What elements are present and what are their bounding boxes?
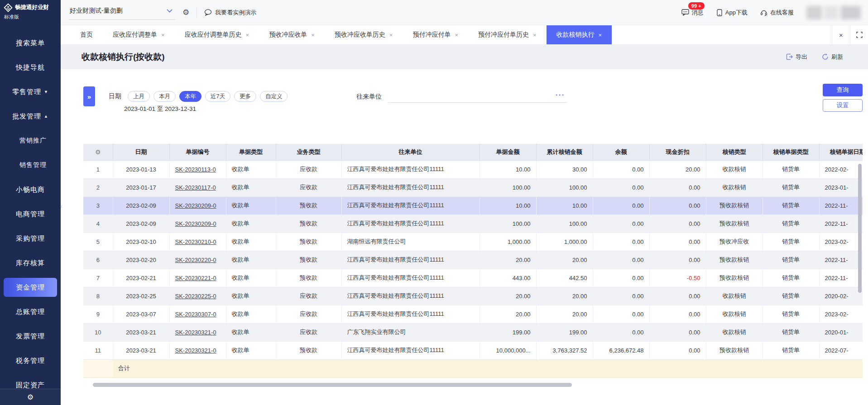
table-row[interactable]: 92023-03-07SK-20230307-0收款单应收款江西真可爱布娃娃有限… — [83, 305, 863, 323]
tab[interactable]: 首页 — [70, 25, 103, 44]
sidebar-item-销售管理[interactable]: 销售管理 — [0, 153, 61, 177]
date-pill-近7天[interactable]: 近7天 — [205, 91, 230, 102]
sidebar-settings-button[interactable]: ⚙ — [0, 389, 61, 405]
table-row[interactable]: 102023-03-21SK-20230321-0收款单应收款广东飞翔实业有限公… — [83, 323, 863, 341]
document-number-link[interactable]: SK-20230209-0 — [175, 202, 216, 209]
gear-icon[interactable]: ⚙ — [182, 8, 189, 17]
partner-picker-ellipsis-icon[interactable]: ··· — [556, 91, 565, 99]
vertical-scrollbar[interactable] — [858, 164, 862, 293]
date-pill-本年[interactable]: 本年 — [179, 91, 201, 102]
tab-close-icon[interactable]: × — [455, 32, 458, 38]
table-row[interactable]: 22023-01-17SK-20230117-0收款单应收款江西真可爱布娃娃有限… — [83, 178, 863, 196]
tab[interactable]: 应收应付调整单× — [103, 25, 175, 44]
sidebar-item-税务管理[interactable]: 税务管理 — [0, 348, 61, 373]
partner-filter-label: 往来单位 — [356, 91, 382, 103]
table-settings-gear-icon[interactable]: ⚙ — [95, 148, 101, 156]
document-number-link[interactable]: SK-20230210-0 — [175, 238, 216, 245]
user-account[interactable] — [806, 6, 861, 19]
export-button[interactable]: 导出 — [786, 53, 807, 61]
table-row[interactable]: 12023-01-13SK-20230113-0收款单应收款江西真可爱布娃娃有限… — [83, 160, 863, 178]
online-service-button[interactable]: 在线客服 — [760, 9, 794, 17]
sidebar-item-采购管理[interactable]: 采购管理 — [0, 226, 61, 251]
document-number-link[interactable]: SK-20230321-0 — [175, 329, 216, 336]
chevron-down-icon — [167, 9, 173, 13]
table-cell: 10.00 — [480, 196, 536, 214]
sidebar-item-发票管理[interactable]: 发票管理 — [0, 324, 61, 348]
table-cell: 0.00 — [649, 214, 706, 233]
document-number-link[interactable]: SK-20230321-0 — [175, 347, 216, 354]
tab-close-icon[interactable]: × — [161, 32, 165, 38]
sidebar-item-批发管理[interactable]: 批发管理▲ — [0, 104, 61, 129]
tab[interactable]: 收款核销执行× — [547, 25, 612, 44]
sidebar-item-库存核算[interactable]: 库存核算 — [0, 251, 61, 275]
table-cell: 8 — [83, 287, 113, 305]
sidebar-item-固定资产[interactable]: 固定资产 — [0, 373, 61, 389]
sidebar-item-电商管理[interactable]: 电商管理 — [0, 202, 61, 226]
table-row[interactable]: 62023-02-20SK-20230220-0收款单预收款江西真可爱布娃娃有限… — [83, 251, 863, 269]
table-cell: 0.00 — [593, 269, 649, 287]
document-number-link[interactable]: SK-20230221-0 — [175, 275, 216, 281]
tab-close-icon[interactable]: × — [533, 32, 537, 38]
sidebar-item-搜索菜单[interactable]: 搜索菜单 — [0, 31, 61, 55]
demo-link[interactable]: 我要看实例演示 — [204, 9, 256, 17]
column-header-余额: 余额 — [593, 144, 649, 160]
date-pill-本月[interactable]: 本月 — [153, 91, 176, 102]
partner-input[interactable]: ··· — [388, 91, 567, 103]
messages-button[interactable]: 99 + 消息 — [681, 9, 704, 17]
table-row[interactable]: 32023-02-09SK-20230209-0收款单预收款江西真可爱布娃娃有限… — [83, 196, 863, 214]
close-all-tabs-icon[interactable]: × — [832, 25, 850, 44]
table-row[interactable]: 42023-02-09SK-20230209-0收款单预收款江西真可爱布娃娃有限… — [83, 214, 863, 233]
sidebar-item-label: 库存核算 — [16, 259, 45, 267]
table-cell: 2022-11- — [819, 269, 863, 287]
sidebar-item-资金管理[interactable]: 资金管理 — [4, 278, 57, 297]
refresh-button[interactable]: 刷新 — [822, 53, 843, 61]
settings-button[interactable]: 设置 — [823, 99, 863, 112]
document-number-link[interactable]: SK-20230220-0 — [175, 257, 216, 263]
sidebar-item-营销推广[interactable]: 营销推广 — [0, 129, 61, 153]
table-row[interactable]: 112023-03-21SK-20230321-0收款单预收款江西真可爱布娃娃有… — [83, 341, 863, 359]
sidebar-item-快捷导航[interactable]: 快捷导航 — [0, 55, 61, 80]
table-row[interactable]: 82023-02-25SK-20230225-0收款单应收款江西真可爱布娃娃有限… — [83, 287, 863, 305]
sidebar-item-零售管理[interactable]: 零售管理▼ — [0, 80, 61, 104]
document-number-link[interactable]: SK-20230209-0 — [175, 220, 216, 227]
column-header-单据类型: 单据类型 — [226, 144, 276, 160]
query-button[interactable]: 查询 — [823, 84, 863, 96]
tab[interactable]: 预收冲应收单历史× — [325, 25, 403, 44]
table-cell: 销货单 — [762, 233, 819, 251]
table-cell: 0.00 — [593, 178, 649, 196]
table-cell: SK-20230221-0 — [169, 269, 226, 287]
sidebar-item-label: 快捷导航 — [16, 63, 45, 72]
table-cell: SK-20230220-0 — [169, 251, 226, 269]
table-row[interactable]: 52023-02-10SK-20230210-0收款单预收款湖南恒远有限责任公司… — [83, 233, 863, 251]
horizontal-scrollbar[interactable] — [93, 383, 572, 387]
tab[interactable]: 预收冲应收单× — [259, 25, 325, 44]
tab[interactable]: 应收应付调整单历史× — [175, 25, 259, 44]
document-number-link[interactable]: SK-20230307-0 — [175, 311, 216, 318]
expand-filter-button[interactable]: » — [83, 86, 95, 106]
table-cell: 11 — [83, 341, 113, 359]
app-logo[interactable]: 畅捷通好业财 标准版 — [0, 0, 61, 25]
date-pill-自定义[interactable]: 自定义 — [260, 91, 288, 102]
tab-close-icon[interactable]: × — [599, 32, 602, 38]
document-number-link[interactable]: SK-20230225-0 — [175, 293, 216, 300]
table-row[interactable]: 72023-02-21SK-20230221-0收款单预收款江西真可爱布娃娃有限… — [83, 269, 863, 287]
workspace-selector[interactable]: 好业财测试-量勿删 — [69, 5, 175, 20]
tab[interactable]: 预付冲应付单× — [403, 25, 468, 44]
tab-close-icon[interactable]: × — [389, 32, 393, 38]
table-cell: 2 — [83, 178, 113, 196]
tab-close-icon[interactable]: × — [246, 32, 249, 38]
sidebar-item-小畅电商[interactable]: 小畅电商 — [0, 177, 61, 202]
table-cell: 10,000,000... — [480, 341, 536, 359]
page-header: 收款核销执行(按收款) 导出 刷新 — [61, 44, 868, 69]
sidebar-collapse-icon[interactable]: ‹ — [60, 200, 67, 212]
date-pill-上月[interactable]: 上月 — [128, 91, 150, 102]
sidebar-item-总账管理[interactable]: 总账管理 — [0, 300, 61, 324]
tab[interactable]: 预付冲应付单历史× — [468, 25, 547, 44]
app-download-button[interactable]: App下载 — [716, 9, 748, 17]
table-cell: 0.00 — [593, 287, 649, 305]
document-number-link[interactable]: SK-20230117-0 — [175, 184, 216, 191]
tab-close-icon[interactable]: × — [311, 32, 315, 38]
date-pill-更多[interactable]: 更多 — [234, 91, 256, 102]
fullscreen-icon[interactable] — [850, 25, 868, 44]
document-number-link[interactable]: SK-20230113-0 — [175, 166, 216, 173]
